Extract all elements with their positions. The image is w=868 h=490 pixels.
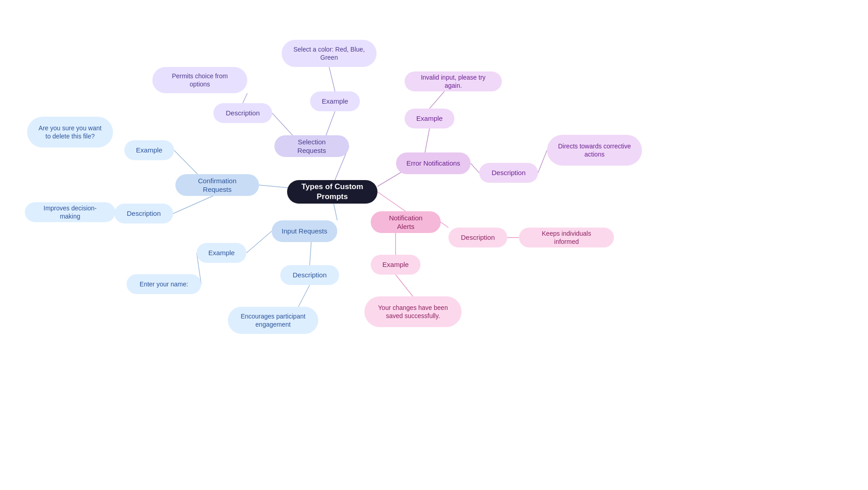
input-description-node: Description [280, 265, 339, 285]
confirmation-example-node: Example [124, 140, 174, 160]
notification-description-node: Description [448, 228, 507, 247]
svg-line-22 [441, 222, 448, 228]
svg-line-17 [471, 163, 479, 173]
notification-alerts-node: Notification Alerts [371, 211, 441, 233]
input-requests-node: Input Requests [272, 220, 337, 242]
svg-line-10 [329, 67, 335, 91]
selection-description-node: Description [213, 103, 272, 123]
svg-line-13 [246, 231, 272, 253]
invalid-input-node: Invalid input, please try again. [405, 71, 502, 91]
center-node: Types of Custom Prompts [287, 180, 377, 204]
svg-line-21 [377, 192, 406, 211]
svg-line-25 [396, 275, 413, 296]
svg-line-2 [174, 150, 199, 176]
svg-line-14 [298, 285, 310, 307]
confirmation-requests-node: Confirmation Requests [175, 174, 259, 196]
input-example-node: Example [197, 243, 246, 263]
encourages-engagement-node: Encourages participant engagement [228, 307, 318, 334]
directs-corrective-node: Directs towards corrective actions [547, 135, 642, 166]
selection-example-node: Example [310, 91, 360, 111]
svg-line-8 [326, 111, 335, 137]
are-you-sure-node: Are you sure you want to delete this fil… [27, 117, 113, 147]
svg-line-18 [425, 128, 429, 152]
changes-saved-node: Your changes have been saved successfull… [364, 296, 462, 327]
error-notifications-node: Error Notifications [396, 152, 471, 174]
permits-choice-node: Permits choice from options [152, 67, 247, 93]
error-example-node: Example [405, 109, 454, 128]
notification-example-node: Example [371, 255, 420, 275]
select-color-node: Select a color: Red, Blue, Green [282, 40, 377, 67]
selection-requests-node: Selection Requests [274, 135, 349, 157]
improves-decision-making-node: Improves decision-making [25, 202, 115, 222]
enter-name-node: Enter your name: [127, 274, 201, 294]
error-description-node: Description [479, 163, 538, 183]
svg-line-19 [538, 150, 547, 173]
svg-line-9 [243, 93, 247, 103]
svg-line-7 [272, 113, 294, 137]
keeps-informed-node: Keeps individuals informed [519, 228, 614, 247]
confirmation-description-node: Description [114, 204, 173, 224]
svg-line-1 [173, 194, 217, 214]
